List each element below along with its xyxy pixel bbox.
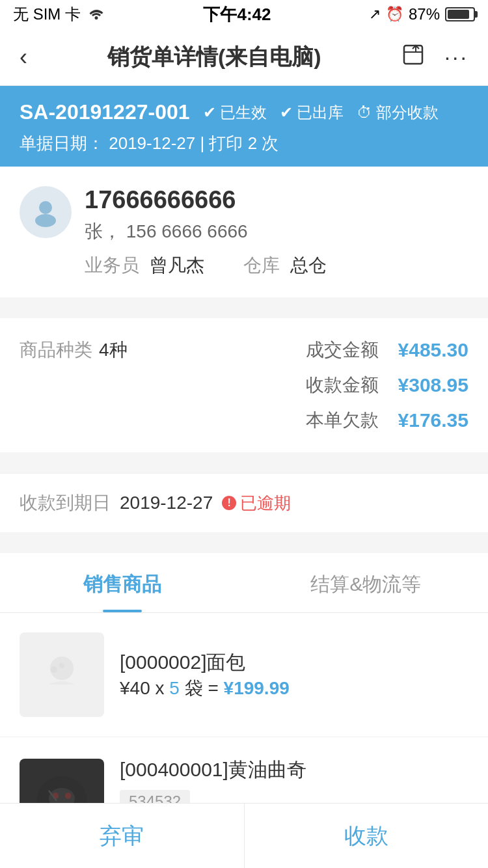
staff-info: 业务员 曾凡杰 [85, 253, 204, 278]
product-name-2: [000400001]黄油曲奇 [120, 757, 468, 783]
overdue-text: 已逾期 [240, 492, 291, 515]
product-types-label: 商品种类 [20, 338, 92, 362]
deal-amount-label: 成交金额 [306, 338, 379, 362]
product-price-1: ¥40 x 5 袋 = ¥199.99 [120, 676, 468, 701]
clock-icon: ⏱ [357, 103, 372, 122]
svg-point-4 [51, 666, 57, 673]
date-label: 单据日期： [20, 133, 104, 153]
product-info-1: [0000002]面包 ¥40 x 5 袋 = ¥199.99 [120, 649, 468, 701]
svg-point-2 [35, 214, 56, 227]
print-info: | 打印 2 次 [200, 133, 278, 153]
deal-amount-value: ¥485.30 [398, 339, 468, 361]
due-date-label: 收款到期日 [20, 491, 111, 515]
order-id: SA-20191227-001 [20, 100, 190, 124]
product-image-1 [20, 632, 104, 717]
battery-icon [445, 7, 475, 21]
received-label: 收款金额 [306, 373, 379, 398]
status-effective: ✔ 已生效 [203, 102, 267, 123]
avatar [20, 186, 72, 238]
debt-amount-value: ¥176.35 [398, 409, 468, 431]
status-bar: 无 SIM 卡 下午4:42 ↗ ⏰ 87% [0, 0, 488, 29]
debt-label: 本单欠款 [306, 408, 379, 433]
order-date: 2019-12-27 [109, 133, 195, 153]
customer-id: 17666666666 [85, 186, 468, 214]
status-left: 无 SIM 卡 [13, 4, 105, 25]
svg-point-1 [39, 201, 52, 214]
nav-bar: ‹ 销货单详情(来自电脑) ··· [0, 29, 488, 86]
customer-name-phone: 张， 156 6666 6666 [85, 219, 468, 244]
svg-point-5 [59, 663, 64, 668]
battery-percent: 87% [409, 5, 440, 23]
tab-products[interactable]: 销售商品 [0, 553, 244, 612]
warehouse-info: 仓库 总仓 [243, 253, 327, 278]
status-partial: ⏱ 部分收款 [357, 102, 439, 123]
confirm-button[interactable]: 收款 [244, 804, 489, 868]
customer-section: 17666666666 张， 156 6666 6666 业务员 曾凡杰 仓库 … [0, 167, 488, 297]
order-header: SA-20191227-001 ✔ 已生效 ✔ 已出库 ⏱ 部分收款 单据日期：… [0, 86, 488, 167]
overdue-badge: ! 已逾期 [222, 492, 291, 515]
wifi-icon [87, 5, 105, 23]
location-icon: ↗ [369, 6, 381, 23]
carrier-text: 无 SIM 卡 [13, 4, 81, 25]
alarm-icon: ⏰ [386, 6, 403, 23]
nav-actions: ··· [401, 43, 468, 72]
amounts-right: 成交金额 ¥485.30 收款金额 ¥308.95 本单欠款 ¥176.35 [306, 338, 468, 433]
product-name-1: [0000002]面包 [120, 649, 468, 676]
tabs-section: 销售商品 结算&物流等 [0, 553, 488, 613]
share-button[interactable] [401, 43, 425, 72]
back-button[interactable]: ‹ [20, 44, 27, 71]
status-time: 下午4:42 [203, 3, 271, 26]
received-amount-value: ¥308.95 [398, 374, 468, 396]
page-title: 销货单详情(来自电脑) [107, 42, 321, 72]
overdue-icon: ! [222, 496, 236, 510]
due-date-section: 收款到期日 2019-12-27 ! 已逾期 [0, 473, 488, 532]
svg-point-9 [65, 793, 72, 799]
tab-settlement[interactable]: 结算&物流等 [244, 553, 488, 612]
check-icon-1: ✔ [203, 103, 216, 122]
table-row: [0000002]面包 ¥40 x 5 袋 = ¥199.99 [0, 613, 488, 737]
more-button[interactable]: ··· [444, 44, 468, 70]
amounts-section: 商品种类 4种 成交金额 ¥485.30 收款金额 ¥308.95 本单欠款 ¥… [0, 318, 488, 452]
status-right: ↗ ⏰ 87% [369, 5, 475, 23]
product-types-value: 4种 [99, 338, 128, 362]
status-shipped: ✔ 已出库 [280, 102, 344, 123]
due-date-value: 2019-12-27 [120, 493, 213, 513]
bottom-bar: 弃审 收款 [0, 803, 488, 868]
check-icon-2: ✔ [280, 103, 293, 122]
cancel-button[interactable]: 弃审 [0, 804, 244, 868]
